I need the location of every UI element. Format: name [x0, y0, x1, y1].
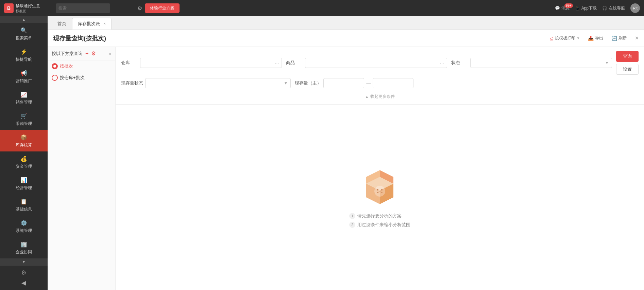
- export-btn[interactable]: 📤 导出: [585, 34, 606, 42]
- status-select[interactable]: ▼: [470, 58, 612, 68]
- sidebar-bottom: ⚙ ◀: [0, 265, 48, 290]
- product-label: 商品: [286, 60, 303, 66]
- sidebar-item-inventory[interactable]: 📦 库存核算: [0, 130, 48, 151]
- tab-inventory-batch[interactable]: 库存批次账 ×: [72, 18, 112, 30]
- settings-bottom-icon[interactable]: ⚙: [21, 269, 27, 276]
- messages-badge: 99+: [564, 3, 573, 8]
- sidebar-label-enterprise: 企业协同: [16, 249, 32, 255]
- search-icon: 🔍: [20, 26, 28, 34]
- stock-status-label: 现存量状态: [121, 80, 143, 86]
- headset-icon: 🎧: [602, 6, 607, 11]
- warehouse-input[interactable]: ···: [140, 58, 282, 68]
- online-service-label: 在线客服: [609, 5, 625, 11]
- sidebar-label-quicknav: 快捷导航: [16, 57, 32, 62]
- filter-product: 商品 ···: [286, 58, 447, 68]
- sidebar-item-finance[interactable]: 💰 资金管理: [0, 151, 48, 173]
- tab-inventory-batch-label: 库存批次账: [78, 21, 100, 27]
- sidebar-scroll-down[interactable]: ▼: [0, 258, 48, 265]
- export-icon: 📤: [588, 36, 594, 41]
- print-chevron-icon: ▼: [577, 36, 580, 40]
- sidebar-scroll: 🔍 搜索菜单 ⚡ 快捷导航 📢 营销推广 📈 销售管理 🛒 采购管理 📦: [0, 23, 48, 258]
- filter-row-2: 现存量状态 ▼ 现存量（主） —: [121, 78, 639, 88]
- status-chevron-icon: ▼: [605, 60, 609, 65]
- filter-area: 仓库 ··· 商品 ···: [116, 47, 644, 105]
- sidebar-label-search: 搜索菜单: [16, 35, 32, 41]
- filter-stock-amount: 现存量（主） —: [295, 78, 464, 88]
- stock-status-select[interactable]: ▼: [145, 78, 291, 88]
- search-input[interactable]: [56, 3, 110, 13]
- scheme-settings-btn[interactable]: ⚙: [91, 50, 96, 57]
- gear-icon[interactable]: ⚙: [137, 5, 142, 12]
- page-title: 现存量查询(按批次): [53, 34, 546, 42]
- collapse-sidebar-icon[interactable]: ◀: [21, 279, 26, 287]
- print-template-btn[interactable]: 🖨 按模板打印 ▼: [546, 34, 583, 42]
- online-service-btn[interactable]: 🎧 在线客服: [602, 5, 625, 11]
- filter-status: 状态 ▼: [451, 58, 612, 68]
- sidebar-item-system[interactable]: ⚙️ 系统管理: [0, 216, 48, 237]
- system-icon: ⚙️: [20, 219, 28, 226]
- stock-amount-from[interactable]: [323, 78, 364, 88]
- app-title: 畅康通好生意: [16, 3, 40, 9]
- sidebar-item-enterprise[interactable]: 🏢 企业协同: [0, 237, 48, 258]
- settings-btn[interactable]: 设置: [616, 64, 639, 75]
- stock-amount-label: 现存量（主）: [295, 80, 321, 86]
- tab-home[interactable]: 首页: [52, 18, 72, 30]
- refresh-label: 刷新: [618, 35, 627, 41]
- scheme-label-batch: 按批次: [60, 63, 73, 69]
- collapse-left-panel-btn[interactable]: «: [108, 51, 111, 56]
- sidebar-item-purchase[interactable]: 🛒 采购管理: [0, 109, 48, 130]
- sidebar-item-marketing[interactable]: 📢 营销推广: [0, 66, 48, 87]
- avatar[interactable]: Rit: [630, 3, 640, 13]
- product-input[interactable]: ···: [305, 58, 447, 68]
- scheme-item-warehouse-batch[interactable]: 按仓库+批次: [48, 72, 115, 84]
- sidebar-scroll-up[interactable]: ▲: [0, 16, 48, 23]
- stock-amount-to[interactable]: [373, 78, 413, 88]
- left-panel-title: 按以下方案查询: [52, 51, 83, 57]
- left-panel-header: 按以下方案查询 + ⚙ «: [48, 47, 115, 60]
- tab-home-label: 首页: [57, 21, 66, 27]
- svg-point-5: [374, 186, 385, 197]
- close-page-btn[interactable]: ×: [635, 35, 639, 42]
- product-dots[interactable]: ···: [440, 60, 444, 66]
- left-panel: 按以下方案查询 + ⚙ « 按批次 按仓库+批次: [48, 47, 116, 290]
- page-content: 现存量查询(按批次) 🖨 按模板打印 ▼ 📤 导出 🔄 刷新: [48, 30, 644, 290]
- sidebar-item-operations[interactable]: 📊 经营管理: [0, 173, 48, 194]
- sidebar-label-finance: 资金管理: [16, 164, 32, 169]
- scheme-item-batch[interactable]: 按批次: [48, 60, 115, 72]
- sidebar-label-inventory: 库存核算: [16, 142, 32, 148]
- search-area: [56, 3, 131, 13]
- marketing-icon: 📢: [20, 69, 28, 77]
- collapse-more-btn[interactable]: ▲ 收起更多条件: [121, 92, 639, 100]
- tip-num-1: 1: [349, 213, 355, 219]
- tab-close-icon[interactable]: ×: [103, 21, 106, 26]
- sidebar-label-sales: 销售管理: [16, 99, 32, 105]
- scheme-dot-warehouse: [52, 75, 58, 81]
- add-scheme-btn[interactable]: +: [85, 51, 88, 57]
- collapse-more-label: 收起更多条件: [370, 94, 395, 99]
- right-panel: 仓库 ··· 商品 ···: [116, 47, 644, 290]
- app-download-btn[interactable]: 📱 App下载: [575, 5, 597, 11]
- sidebar-label-system: 系统管理: [16, 228, 32, 234]
- sidebar-item-search[interactable]: 🔍 搜索菜单: [0, 23, 48, 44]
- experience-btn[interactable]: 体验行业方案: [145, 3, 180, 13]
- logo-icon: B: [4, 3, 14, 13]
- query-btn[interactable]: 查询: [616, 51, 639, 62]
- main-layout: ▲ 🔍 搜索菜单 ⚡ 快捷导航 📢 营销推广 📈 销售管理 🛒 采购管理: [0, 16, 644, 290]
- scheme-label-warehouse-batch: 按仓库+批次: [60, 75, 85, 81]
- sidebar-item-sales[interactable]: 📈 销售管理: [0, 87, 48, 109]
- refresh-btn[interactable]: 🔄 刷新: [609, 34, 629, 42]
- top-bar-right: 💬 消息 99+ 📱 App下载 🎧 在线客服 Rit: [555, 3, 640, 13]
- scheme-dot-batch: [52, 63, 58, 69]
- warehouse-dots[interactable]: ···: [275, 60, 279, 66]
- sidebar-item-quicknav[interactable]: ⚡ 快捷导航: [0, 44, 48, 66]
- stock-amount-separator: —: [366, 81, 371, 86]
- filter-stock-status: 现存量状态 ▼: [121, 78, 291, 88]
- print-icon: 🖨: [549, 36, 554, 41]
- tip-text-2: 用过滤条件来缩小分析范围: [357, 222, 410, 228]
- sidebar-item-basic[interactable]: 📋 基础信息: [0, 194, 48, 216]
- sidebar-label-basic: 基础信息: [16, 206, 32, 212]
- export-label: 导出: [595, 35, 603, 41]
- app-version: 标准版: [16, 9, 40, 14]
- tip-num-2: 2: [349, 222, 355, 228]
- messages-btn[interactable]: 💬 消息 99+: [555, 5, 570, 11]
